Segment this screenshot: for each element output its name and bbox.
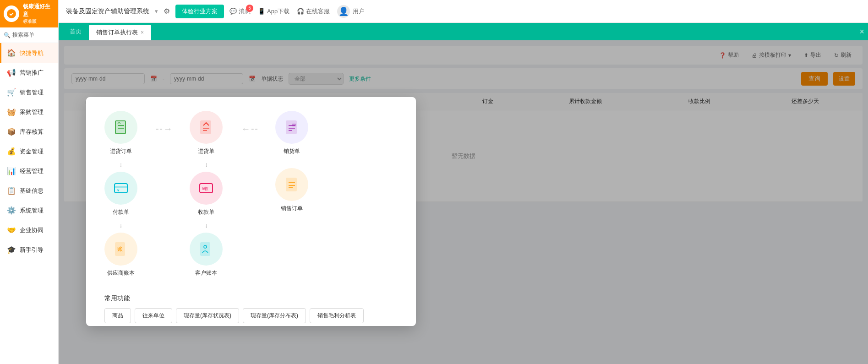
- app-download-label: App下载: [267, 7, 289, 16]
- purchase-order-circle: [104, 111, 137, 144]
- sidebar-search[interactable]: 🔍 搜索菜单: [0, 27, 58, 43]
- tab-sales-order-exec-label: 销售订单执行表: [96, 28, 138, 37]
- func-btn-stock-status[interactable]: 现存量(库存状况表): [176, 308, 239, 323]
- arrow-down-2: ↓: [120, 222, 123, 229]
- purchase-bill-circle: [190, 111, 223, 144]
- sidebar-item-sales[interactable]: 🛒 销售管理: [0, 82, 58, 102]
- func-buttons: 商品 往来单位 现存量(库存状况表) 现存量(库存分布表) 销售毛利分析表 商品…: [104, 308, 398, 326]
- flow-item-purchase-bill[interactable]: 进货单: [190, 111, 223, 159]
- svg-rect-21: [292, 124, 296, 126]
- sales-bill-label: 销货单: [284, 147, 300, 155]
- message-badge[interactable]: 💬 消息 5: [229, 7, 251, 16]
- inventory-icon: 📦: [7, 127, 16, 136]
- system-icon: ⚙️: [7, 206, 16, 215]
- sidebar-item-label: 经营管理: [20, 167, 44, 175]
- payment-circle: ¥: [104, 172, 137, 205]
- dropdown-icon[interactable]: ▾: [155, 8, 158, 15]
- home-icon: 🏠: [7, 49, 16, 57]
- content-area: ❓ 帮助 🖨 按模板打印 ▾ ⬆ 导出 ↻ 刷新: [59, 40, 868, 364]
- common-funcs: 常用功能 商品 往来单位 现存量(库存状况表) 现存量(库存分布表) 销售毛利分…: [104, 294, 398, 326]
- func-btn-partner[interactable]: 往来单位: [135, 308, 172, 323]
- sidebar-item-inventory[interactable]: 📦 库存核算: [0, 122, 58, 141]
- arrow-right-1: - - →: [156, 111, 171, 134]
- trial-button[interactable]: 体验行业方案: [175, 5, 224, 18]
- sidebar-item-label: 销售管理: [20, 88, 44, 97]
- svg-text:账: 账: [117, 246, 123, 252]
- tab-sales-order-exec[interactable]: 销售订单执行表 ×: [89, 25, 151, 40]
- sidebar-item-label: 库存核算: [20, 128, 44, 136]
- search-label: 搜索菜单: [12, 31, 34, 39]
- sidebar-item-system[interactable]: ⚙️ 系统管理: [0, 201, 58, 220]
- tabs-bar: 首页 销售订单执行表 × ×: [59, 23, 868, 40]
- quick-modal-body: 进货订单 ↓ ¥: [86, 97, 416, 326]
- finance-icon: 💰: [7, 147, 16, 156]
- sidebar-item-label: 基础信息: [20, 187, 44, 195]
- customer-ledger-label: 客户账本: [195, 269, 217, 277]
- search-icon: 🔍: [4, 32, 11, 38]
- message-icon: 💬: [229, 8, 237, 15]
- purchase-icon: 🧺: [7, 108, 16, 116]
- system-name: 装备及固定资产辅助管理系统: [66, 7, 149, 16]
- sidebar-item-finance[interactable]: 💰 资金管理: [0, 141, 58, 161]
- flow-item-sales-order[interactable]: 销售订单: [275, 168, 308, 216]
- func-btn-goods[interactable]: 商品: [104, 308, 131, 323]
- tab-home-label: 首页: [70, 27, 82, 36]
- logo-sub: 标准版: [23, 18, 55, 25]
- flow-item-sales-bill[interactable]: 销货单: [275, 111, 308, 159]
- user-area[interactable]: 👤 用户: [337, 5, 365, 18]
- sidebar-item-label: 快捷导航: [20, 49, 44, 57]
- svg-point-0: [7, 9, 16, 18]
- sidebar-logo: 畅康通好生意 标准版: [0, 0, 58, 27]
- arrow-down-3: ↓: [205, 161, 208, 168]
- tab-close-icon[interactable]: ×: [141, 29, 144, 36]
- sidebar-item-purchase[interactable]: 🧺 采购管理: [0, 102, 58, 122]
- arrow-left-1: ← - -: [241, 111, 257, 134]
- app-download[interactable]: 📱 App下载: [258, 7, 289, 16]
- supplier-ledger-label: 供应商账本: [107, 269, 135, 277]
- flow-col-sales: 销货单: [275, 111, 308, 216]
- quick-modal: 进货订单 ↓ ¥: [86, 97, 416, 326]
- sidebar-item-collab[interactable]: 🤝 企业协同: [0, 220, 58, 240]
- receipt-circle: ¥收: [190, 172, 223, 205]
- sidebar-item-label: 资金管理: [20, 147, 44, 156]
- purchase-bill-label: 进货单: [198, 147, 214, 155]
- logo-icon: [4, 5, 19, 22]
- user-name: 用户: [353, 7, 365, 16]
- func-btn-sales-profit[interactable]: 销售毛利分析表: [310, 308, 364, 323]
- online-service[interactable]: 🎧 在线客服: [297, 7, 330, 16]
- topbar: 装备及固定资产辅助管理系统 ▾ ⚙ 体验行业方案 💬 消息 5 📱 App下载 …: [59, 0, 868, 23]
- logo-title: 畅康通好生意: [23, 3, 55, 18]
- sidebar-item-newbie[interactable]: 🎓 新手引导: [0, 240, 58, 260]
- marketing-icon: 📢: [7, 68, 16, 77]
- payment-label: 付款单: [113, 208, 129, 216]
- flow-item-supplier-ledger[interactable]: 账 供应商账本: [104, 233, 137, 281]
- func-btn-stock-dist[interactable]: 现存量(库存分布表): [243, 308, 306, 323]
- sales-icon: 🛒: [7, 88, 16, 97]
- svg-text:¥: ¥: [117, 188, 120, 192]
- sales-bill-circle: [275, 111, 308, 144]
- supplier-ledger-circle: 账: [104, 233, 137, 266]
- svg-text:¥收: ¥收: [202, 186, 208, 191]
- sidebar-item-label: 企业协同: [20, 226, 44, 234]
- tab-home[interactable]: 首页: [62, 23, 89, 40]
- flow-item-payment[interactable]: ¥ 付款单: [104, 172, 137, 220]
- operation-icon: 📊: [7, 167, 16, 175]
- headset-icon: 🎧: [297, 8, 304, 15]
- sales-order-label: 销售订单: [281, 205, 303, 212]
- sidebar-item-label: 采购管理: [20, 108, 44, 116]
- svg-rect-22: [286, 178, 296, 191]
- flow-item-purchase-order[interactable]: 进货订单: [104, 111, 137, 159]
- flow-col-purchase: 进货订单 ↓ ¥: [104, 111, 137, 281]
- tabs-close-all[interactable]: ×: [859, 27, 864, 37]
- sidebar: 畅康通好生意 标准版 🔍 搜索菜单 🏠 快捷导航 📢 营销推广 🛒 销售管理 🧺: [0, 0, 59, 364]
- customer-ledger-circle: [190, 233, 223, 266]
- receipt-label: 收款单: [198, 208, 214, 216]
- settings-icon[interactable]: ⚙: [164, 7, 170, 16]
- sidebar-item-marketing[interactable]: 📢 营销推广: [0, 63, 58, 82]
- sidebar-item-quick[interactable]: 🏠 快捷导航: [0, 43, 58, 63]
- sales-order-circle: [275, 168, 308, 201]
- flow-item-customer-ledger[interactable]: 客户账本: [190, 233, 223, 281]
- flow-item-receipt[interactable]: ¥收 收款单: [190, 172, 223, 220]
- sidebar-item-basic[interactable]: 📋 基础信息: [0, 181, 58, 201]
- sidebar-item-operation[interactable]: 📊 经营管理: [0, 161, 58, 181]
